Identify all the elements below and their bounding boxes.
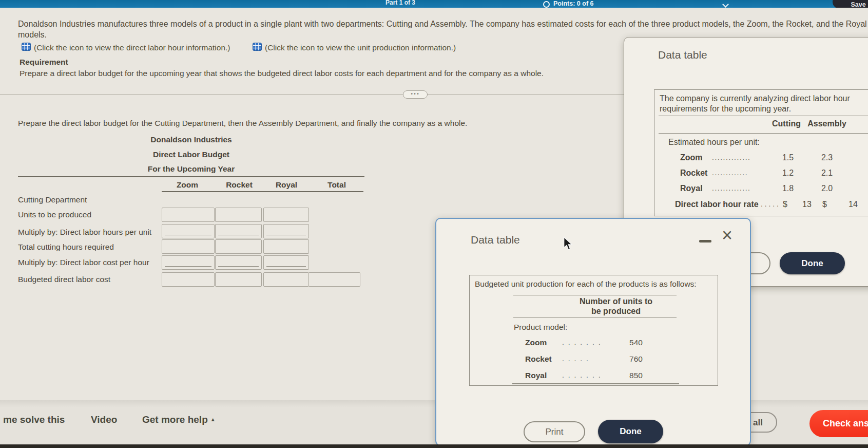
input-budgeted-cost-royal[interactable] bbox=[263, 272, 309, 287]
input-units-rocket[interactable] bbox=[215, 208, 262, 222]
row-label-total-cutting-hours: Total cutting hours required bbox=[18, 242, 114, 252]
input-total-hours-rocket[interactable] bbox=[215, 239, 262, 254]
column-header-total: Total bbox=[327, 180, 346, 190]
dot-leader: .............. bbox=[712, 153, 767, 161]
cutting-currency: $ bbox=[783, 200, 787, 209]
screen-bezel bbox=[0, 444, 868, 448]
problem-statement-line1: Donaldson Industries manufactures three … bbox=[18, 20, 867, 29]
part-indicator: Part 1 of 3 bbox=[372, 0, 429, 6]
column-header-zoom: Zoom bbox=[177, 180, 198, 190]
col-header-assembly: Assembly bbox=[807, 119, 846, 128]
unit-production-table: Budgeted unit production for each of the… bbox=[469, 275, 718, 386]
points-circle-icon bbox=[543, 1, 550, 8]
row-label-rocket: Rocket bbox=[525, 354, 552, 364]
zoom-units: 540 bbox=[615, 338, 657, 347]
royal-cutting-hours: 1.8 bbox=[778, 184, 798, 193]
check-answer-button[interactable]: Check ans bbox=[809, 410, 868, 437]
input-cost-per-hour-rocket[interactable] bbox=[215, 255, 262, 270]
row-label-rocket: Rocket bbox=[680, 169, 707, 178]
chevron-down-icon[interactable] bbox=[723, 1, 729, 7]
estimated-hours-label: Estimated hours per unit: bbox=[668, 138, 760, 147]
input-total-hours-zoom[interactable] bbox=[162, 239, 215, 254]
unit-production-intro: Budgeted unit production for each of the… bbox=[475, 279, 697, 289]
input-budgeted-cost-zoom[interactable] bbox=[162, 272, 215, 287]
input-total-hours-royal[interactable] bbox=[263, 239, 309, 254]
units-col-header-line2: be produced bbox=[552, 307, 680, 316]
column-header-rocket: Rocket bbox=[226, 180, 253, 190]
minimize-icon[interactable] bbox=[699, 240, 711, 242]
done-button[interactable]: Done bbox=[598, 420, 663, 443]
row-label-units-produced: Units to be produced bbox=[18, 210, 91, 219]
close-icon[interactable]: × bbox=[722, 226, 732, 245]
dot-leader: ............. bbox=[712, 169, 767, 177]
caret-up-icon: ▴ bbox=[211, 416, 215, 423]
product-model-label: Product model: bbox=[514, 323, 567, 332]
input-units-royal[interactable] bbox=[263, 208, 309, 222]
zoom-cutting-hours: 1.5 bbox=[778, 153, 798, 162]
row-label-labor-hours-per-unit: Multiply by: Direct labor hours per unit bbox=[18, 228, 151, 237]
points-indicator: Points: 0 of 6 bbox=[553, 0, 593, 7]
save-button[interactable]: Save bbox=[833, 0, 868, 8]
screen: Part 1 of 3 Points: 0 of 6 Save Donaldso… bbox=[0, 0, 868, 448]
column-header-royal: Royal bbox=[276, 180, 297, 190]
labor-hours-table: The company is currently analyzing direc… bbox=[654, 89, 868, 216]
print-button[interactable]: Print bbox=[524, 421, 585, 442]
done-button[interactable]: Done bbox=[780, 252, 845, 274]
unit-production-info-link[interactable]: (Click the icon to view the unit product… bbox=[265, 43, 456, 52]
royal-units: 850 bbox=[615, 371, 657, 380]
zoom-assembly-hours: 2.3 bbox=[817, 153, 837, 162]
input-budgeted-cost-total[interactable] bbox=[308, 272, 360, 287]
row-label-labor-cost-per-hour: Multiply by: Direct labor cost per hour bbox=[18, 258, 149, 267]
royal-assembly-hours: 2.0 bbox=[817, 184, 837, 193]
budget-title-period: For the Upcoming Year bbox=[18, 164, 364, 174]
input-hours-per-unit-zoom[interactable] bbox=[162, 224, 215, 238]
labor-hour-info-link[interactable]: (Click the icon to view the direct labor… bbox=[34, 43, 230, 52]
help-me-solve-this-link[interactable]: me solve this bbox=[3, 414, 65, 425]
input-budgeted-cost-rocket[interactable] bbox=[215, 272, 262, 287]
column-header-rule bbox=[162, 191, 363, 192]
table-grid-icon[interactable] bbox=[22, 43, 31, 53]
rocket-units: 760 bbox=[615, 354, 657, 364]
dialog-title: Data table bbox=[658, 49, 707, 61]
row-label-royal: Royal bbox=[680, 184, 703, 193]
requirement-heading: Requirement bbox=[20, 58, 68, 67]
problem-statement-line2: models. bbox=[18, 30, 47, 40]
labor-hours-intro: The company is currently analyzing direc… bbox=[660, 94, 865, 114]
dot-leader: .............. bbox=[712, 184, 767, 192]
assembly-currency: $ bbox=[822, 200, 827, 209]
input-units-zoom[interactable] bbox=[162, 208, 215, 222]
requirement-text: Prepare a direct labor budget for the up… bbox=[20, 69, 544, 78]
table-grid-icon[interactable] bbox=[253, 43, 262, 53]
task-instruction: Prepare the direct labor budget for the … bbox=[18, 119, 467, 128]
row-label-budgeted-labor-cost: Budgeted direct labor cost bbox=[18, 275, 110, 284]
dot-leader: . . . . . . . bbox=[562, 338, 606, 346]
input-cost-per-hour-zoom[interactable] bbox=[162, 255, 215, 270]
data-table-dialog-unit-production: Data table × Budgeted unit production fo… bbox=[435, 218, 751, 446]
dot-leader: . . . . . bbox=[761, 200, 779, 208]
rocket-cutting-hours: 1.2 bbox=[778, 169, 798, 178]
mouse-cursor bbox=[563, 236, 573, 253]
assembly-rate: 14 bbox=[843, 200, 863, 209]
get-more-help-dropdown[interactable]: Get more help▴ bbox=[142, 414, 215, 425]
input-hours-per-unit-rocket[interactable] bbox=[215, 224, 262, 238]
dialog-title: Data table bbox=[471, 234, 520, 246]
row-label-royal: Royal bbox=[525, 371, 547, 380]
rate-row-label: Direct labor hour rate bbox=[675, 200, 759, 209]
row-label-zoom: Zoom bbox=[525, 338, 547, 347]
budget-title-rule bbox=[18, 176, 364, 177]
cutting-rate: 13 bbox=[797, 200, 817, 209]
budget-title-name: Direct Labor Budget bbox=[18, 150, 364, 159]
rocket-assembly-hours: 2.1 bbox=[817, 169, 837, 178]
dot-leader: . . . . . bbox=[562, 354, 606, 363]
input-hours-per-unit-royal[interactable] bbox=[263, 224, 309, 238]
budget-title-company: Donaldson Industries bbox=[18, 135, 364, 144]
row-label-zoom: Zoom bbox=[680, 153, 703, 162]
input-cost-per-hour-royal[interactable] bbox=[263, 255, 309, 270]
top-app-bar: Part 1 of 3 Points: 0 of 6 Save bbox=[0, 0, 868, 8]
video-link[interactable]: Video bbox=[91, 414, 117, 425]
col-header-cutting: Cutting bbox=[772, 119, 801, 128]
row-label-cutting-department: Cutting Department bbox=[18, 195, 87, 204]
divider-drag-handle[interactable]: ••• bbox=[403, 90, 428, 99]
dot-leader: . . . . . . . bbox=[562, 371, 606, 379]
units-col-header-line1: Number of units to bbox=[552, 297, 680, 306]
